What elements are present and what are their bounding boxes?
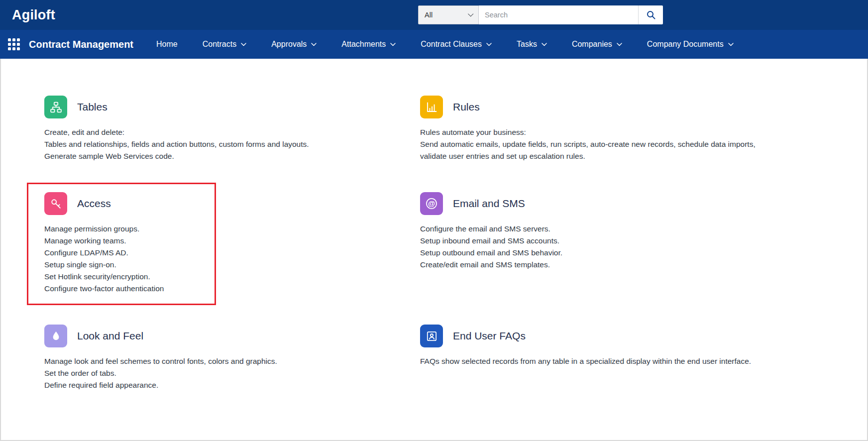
card-line: Create, edit and delete: xyxy=(44,126,420,138)
nav-item-attachments[interactable]: Attachments xyxy=(341,40,396,49)
main-nav-bar: Contract Management Home Contracts Appro… xyxy=(0,30,868,59)
global-search: All xyxy=(418,5,663,24)
search-scope-value: All xyxy=(425,11,433,19)
setup-grid: Tables Create, edit and delete: Tables a… xyxy=(44,96,847,391)
card-end-user-faqs: End User FAQs FAQs show selected records… xyxy=(420,325,847,367)
card-line: Tables and relationships, fields and act… xyxy=(44,138,420,150)
card-tables-header[interactable]: Tables xyxy=(44,96,420,118)
svg-text:@: @ xyxy=(428,200,435,208)
chevron-down-icon xyxy=(390,43,396,46)
card-access-description: Manage permission groups. Manage working… xyxy=(44,223,205,295)
chevron-down-icon xyxy=(241,43,246,46)
card-line: Manage permission groups. xyxy=(44,223,205,235)
nav-item-contracts[interactable]: Contracts xyxy=(203,40,246,49)
nav-item-label: Companies xyxy=(572,40,612,49)
droplet-icon[interactable] xyxy=(44,325,67,347)
card-tables-description: Create, edit and delete: Tables and rela… xyxy=(44,126,420,162)
card-line: Configure two-factor authentication xyxy=(44,283,205,295)
nav-item-company-documents[interactable]: Company Documents xyxy=(647,40,734,49)
top-bar: Agiloft All xyxy=(0,0,868,30)
id-card-icon[interactable] xyxy=(420,325,443,347)
card-access-header[interactable]: Access xyxy=(44,192,205,215)
nav-item-tasks[interactable]: Tasks xyxy=(517,40,547,49)
card-line: Define required field appearance. xyxy=(44,379,420,391)
search-input[interactable] xyxy=(479,5,638,24)
chevron-down-icon xyxy=(542,43,547,46)
setup-page: Tables Create, edit and delete: Tables a… xyxy=(0,59,868,441)
card-tables: Tables Create, edit and delete: Tables a… xyxy=(44,96,420,162)
nav-item-home[interactable]: Home xyxy=(156,40,178,49)
card-end-user-faqs-header[interactable]: End User FAQs xyxy=(420,325,847,347)
nav-item-companies[interactable]: Companies xyxy=(572,40,622,49)
card-line: Generate sample Web Services code. xyxy=(44,150,420,162)
nav-item-label: Tasks xyxy=(517,40,537,49)
card-access: Access Manage permission groups. Manage … xyxy=(44,192,205,295)
card-line: Set the order of tabs. xyxy=(44,367,420,379)
card-end-user-faqs-description: FAQs show selected records from any tabl… xyxy=(420,355,768,367)
card-email-sms-description: Configure the email and SMS servers. Set… xyxy=(420,223,768,271)
nav-item-contract-clauses[interactable]: Contract Clauses xyxy=(421,40,492,49)
card-line: Manage look and feel schemes to control … xyxy=(44,355,420,367)
card-email-sms-title[interactable]: Email and SMS xyxy=(453,198,525,210)
search-icon xyxy=(646,10,656,20)
chevron-down-icon xyxy=(728,43,734,46)
card-line: Setup inbound email and SMS accounts. xyxy=(420,235,768,247)
card-line: FAQs show selected records from any tabl… xyxy=(420,355,768,367)
at-sign-icon[interactable]: @ xyxy=(420,192,443,215)
nav-item-label: Home xyxy=(156,40,178,49)
card-rules-description: Rules automate your business: Send autom… xyxy=(420,126,768,162)
search-button[interactable] xyxy=(638,5,663,24)
nav-item-approvals[interactable]: Approvals xyxy=(271,40,317,49)
chevron-down-icon xyxy=(486,43,492,46)
app-grid-icon[interactable] xyxy=(8,38,20,50)
key-icon[interactable] xyxy=(44,192,67,215)
card-line: Configure LDAP/MS AD. xyxy=(44,247,205,259)
chart-icon[interactable] xyxy=(420,96,443,118)
nav-items: Home Contracts Approvals Attachments Con… xyxy=(156,40,860,49)
search-scope-select[interactable]: All xyxy=(418,5,479,24)
nav-item-label: Contracts xyxy=(203,40,236,49)
nav-item-label: Company Documents xyxy=(647,40,724,49)
card-rules-title[interactable]: Rules xyxy=(453,101,480,113)
card-line: Rules automate your business: xyxy=(420,126,768,138)
card-access-title[interactable]: Access xyxy=(77,198,111,210)
card-rules-header[interactable]: Rules xyxy=(420,96,847,118)
card-line: Configure the email and SMS servers. xyxy=(420,223,768,235)
card-look-and-feel-title[interactable]: Look and Feel xyxy=(77,330,143,342)
card-line: Send automatic emails, update fields, ru… xyxy=(420,138,768,162)
card-end-user-faqs-title[interactable]: End User FAQs xyxy=(453,330,526,342)
chevron-down-icon xyxy=(468,11,473,16)
nav-item-label: Contract Clauses xyxy=(421,40,482,49)
card-line: Manage working teams. xyxy=(44,235,205,247)
card-email-sms: @ Email and SMS Configure the email and … xyxy=(420,192,847,271)
card-look-and-feel-header[interactable]: Look and Feel xyxy=(44,325,420,347)
card-line: Setup single sign-on. xyxy=(44,259,205,271)
card-rules: Rules Rules automate your business: Send… xyxy=(420,96,847,162)
agiloft-logo[interactable]: Agiloft xyxy=(12,7,55,23)
card-look-and-feel-description: Manage look and feel schemes to control … xyxy=(44,355,420,391)
sitemap-icon[interactable] xyxy=(44,96,67,118)
nav-item-label: Approvals xyxy=(271,40,307,49)
nav-item-label: Attachments xyxy=(341,40,386,49)
card-line: Setup outbound email and SMS behavior. xyxy=(420,247,768,259)
card-tables-title[interactable]: Tables xyxy=(77,101,108,113)
card-look-and-feel: Look and Feel Manage look and feel schem… xyxy=(44,325,420,391)
card-email-sms-header[interactable]: @ Email and SMS xyxy=(420,192,847,215)
chevron-down-icon xyxy=(617,43,622,46)
card-line: Create/edit email and SMS templates. xyxy=(420,259,768,271)
chevron-down-icon xyxy=(311,43,317,46)
card-line: Set Hotlink security/encryption. xyxy=(44,271,205,283)
access-highlight-box: Access Manage permission groups. Manage … xyxy=(27,183,216,305)
app-title: Contract Management xyxy=(29,39,133,50)
